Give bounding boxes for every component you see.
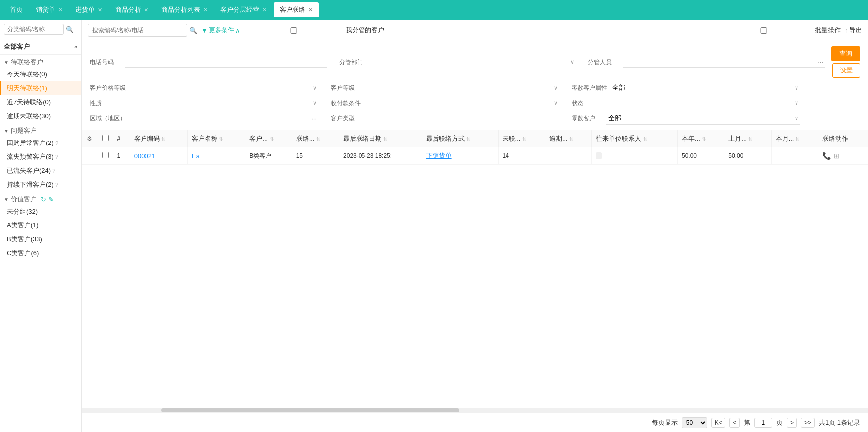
sidebar-item-today[interactable]: 今天待联络(0) — [0, 68, 81, 81]
sidebar-group-value-edit[interactable]: ✎ — [48, 196, 54, 203]
batch-op-button[interactable]: 批量操作 — [714, 26, 841, 35]
customer-grade-select[interactable]: ∨ — [365, 83, 560, 93]
th-unit-contact[interactable]: 往来单位联系人 ⇅ — [592, 130, 678, 147]
th-no-contact-sort[interactable]: ⇅ — [522, 136, 526, 142]
sidebar-group-value-refresh[interactable]: ↻ — [41, 196, 46, 203]
sidebar-item-a-class[interactable]: A类客户(1) — [0, 218, 81, 232]
setting-button[interactable]: 设置 — [832, 63, 860, 78]
my-customers-checkbox[interactable]: 我分管的客户 — [244, 26, 384, 35]
person-select[interactable]: ··· — [623, 57, 825, 68]
retail-attr-select[interactable]: 全部 ∨ — [610, 82, 800, 94]
th-contacts-sort[interactable]: ⇅ — [316, 136, 320, 142]
th-overdue-sort[interactable]: ⇅ — [569, 136, 573, 142]
sidebar-item-tomorrow[interactable]: 明天待联络(1) — [0, 81, 81, 95]
close-customer-tier-tab[interactable]: ✕ — [262, 7, 267, 13]
th-customer-type-sort[interactable]: ⇅ — [270, 136, 274, 142]
page-number-input[interactable] — [754, 418, 772, 428]
th-code[interactable]: 客户编码 ⇅ — [130, 130, 187, 147]
close-sales-tab[interactable]: ✕ — [58, 7, 63, 13]
retail-customer-select[interactable]: 全部 ∨ — [606, 112, 800, 125]
nav-home[interactable]: 首页 — [4, 2, 29, 17]
nav-tab-customer-contact[interactable]: 客户联络 ✕ — [274, 2, 319, 17]
export-button[interactable]: ↑ 导出 — [845, 26, 863, 35]
sidebar-item-churn-warning-help[interactable]: ? — [55, 154, 58, 160]
td-name[interactable]: Ea — [188, 147, 245, 165]
payment-select[interactable]: ∨ — [365, 98, 560, 108]
customer-code-link[interactable]: 000021 — [134, 152, 155, 160]
th-checkbox[interactable] — [98, 130, 113, 147]
sidebar-item-churned-help[interactable]: ? — [52, 168, 55, 174]
close-purchase-tab[interactable]: ✕ — [98, 7, 102, 13]
scrollbar-thumb[interactable] — [161, 408, 459, 412]
sidebar-item-repurchase[interactable]: 回购异常客户(2) ? — [0, 136, 81, 150]
th-unit-contact-sort[interactable]: ⇅ — [643, 136, 647, 142]
action-phone-icon[interactable]: 📞 — [822, 152, 831, 160]
td-last-method[interactable]: 下销货单 — [422, 147, 498, 165]
sidebar-group-value[interactable]: ▼ 价值客户 ↻ ✎ — [0, 192, 81, 205]
customer-type-select[interactable] — [365, 117, 560, 120]
sidebar-item-declining-help[interactable]: ? — [55, 182, 58, 188]
search-input[interactable] — [88, 24, 187, 37]
th-last-month-sort[interactable]: ⇅ — [748, 136, 752, 142]
nav-tab-analysis-list[interactable]: 商品分析列表 ✕ — [155, 2, 214, 17]
sidebar-search-icon[interactable]: 🔍 — [66, 26, 73, 33]
nav-tab-customer-tier[interactable]: 客户分层经营 ✕ — [215, 2, 273, 17]
last-page-button[interactable]: >> — [801, 418, 815, 428]
batch-op-check[interactable] — [714, 27, 813, 34]
th-last-date-sort[interactable]: ⇅ — [383, 136, 387, 142]
th-name-sort[interactable]: ⇅ — [219, 136, 223, 142]
prev-page-button[interactable]: < — [729, 418, 740, 428]
next-page-button[interactable]: > — [787, 418, 797, 428]
first-page-button[interactable]: K< — [711, 418, 725, 428]
sidebar-group-problem[interactable]: ▼ 问题客户 — [0, 123, 81, 136]
sidebar-all-customers[interactable]: 全部客户 « — [0, 39, 81, 55]
th-this-year-sort[interactable]: ⇅ — [702, 136, 706, 142]
th-this-month[interactable]: 本月... ⇅ — [771, 130, 818, 147]
th-name[interactable]: 客户名称 ⇅ — [188, 130, 245, 147]
close-analysis-list-tab[interactable]: ✕ — [203, 7, 208, 13]
th-code-sort[interactable]: ⇅ — [161, 136, 165, 142]
close-analysis-tab[interactable]: ✕ — [144, 7, 148, 13]
th-setting[interactable]: ⚙ — [82, 130, 98, 147]
th-overdue[interactable]: 逾期... ⇅ — [545, 130, 591, 147]
th-customer-type[interactable]: 客户... ⇅ — [245, 130, 292, 147]
close-customer-contact-tab[interactable]: ✕ — [308, 7, 313, 13]
td-row-checkbox[interactable] — [98, 147, 113, 165]
row-checkbox[interactable] — [102, 152, 109, 158]
last-method-link[interactable]: 下销货单 — [426, 152, 452, 159]
th-no-contact[interactable]: 未联... ⇅ — [498, 130, 545, 147]
nature-select[interactable]: ∨ — [125, 98, 319, 108]
nav-tab-sales[interactable]: 销货单 ✕ — [30, 2, 69, 17]
sidebar-item-b-class[interactable]: B类客户(33) — [0, 232, 81, 246]
horizontal-scrollbar[interactable] — [82, 408, 868, 413]
th-contacts[interactable]: 联络... ⇅ — [292, 130, 339, 147]
nav-tab-analysis[interactable]: 商品分析 ✕ — [109, 2, 154, 17]
sidebar-item-7days[interactable]: 近7天待联络(0) — [0, 95, 81, 109]
sidebar-search-input[interactable] — [4, 24, 64, 35]
phone-input[interactable] — [125, 57, 327, 68]
query-button[interactable]: 查询 — [831, 46, 860, 61]
sidebar-item-repurchase-help[interactable]: ? — [55, 140, 58, 146]
dept-select[interactable]: ∨ — [374, 57, 577, 67]
price-grade-select[interactable]: ∨ — [129, 83, 319, 93]
status-select[interactable]: ∨ — [606, 98, 800, 108]
sidebar-item-c-class[interactable]: C类客户(6) — [0, 246, 81, 260]
th-last-date[interactable]: 最后联络日期 ⇅ — [339, 130, 422, 147]
my-customers-check[interactable] — [244, 27, 344, 34]
sidebar-item-overdue[interactable]: 逾期未联络(30) — [0, 109, 81, 123]
th-this-month-sort[interactable]: ⇅ — [796, 136, 799, 142]
nav-tab-purchase[interactable]: 进货单 ✕ — [70, 2, 108, 17]
th-last-month[interactable]: 上月... ⇅ — [724, 130, 771, 147]
sidebar-item-declining[interactable]: 持续下滑客户(2) ? — [0, 178, 81, 192]
th-last-method[interactable]: 最后联络方式 ⇅ — [422, 130, 498, 147]
sidebar-item-churn-warning[interactable]: 流失预警客户(3) ? — [0, 150, 81, 164]
sidebar-item-ungroup[interactable]: 未分组(32) — [0, 205, 81, 218]
select-all-checkbox[interactable] — [102, 135, 109, 141]
search-button[interactable]: 🔍 — [189, 27, 197, 34]
per-page-select[interactable]: 50 100 200 — [682, 417, 707, 428]
sidebar-item-churned[interactable]: 已流失客户(24) ? — [0, 164, 81, 178]
action-more-icon[interactable]: ⊞ — [834, 152, 840, 160]
customer-name-link[interactable]: Ea — [192, 152, 200, 160]
td-code[interactable]: 000021 — [130, 147, 187, 165]
th-last-method-sort[interactable]: ⇅ — [466, 136, 470, 142]
